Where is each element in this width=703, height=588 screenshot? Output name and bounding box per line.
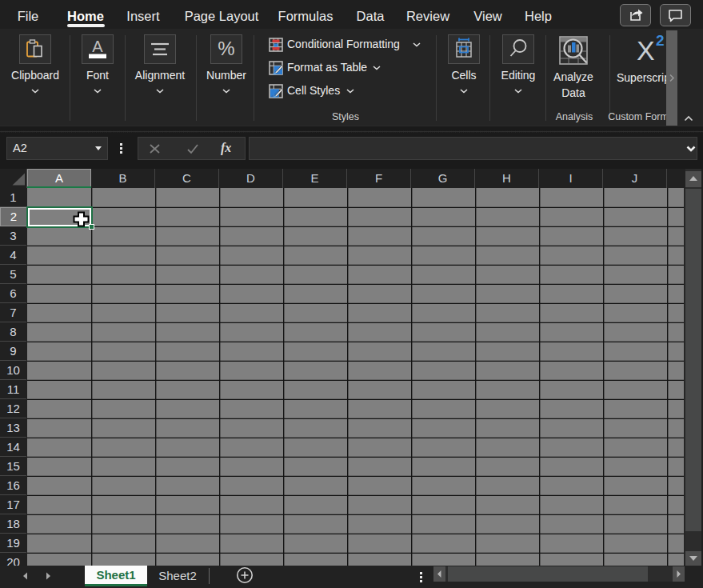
svg-text:%: %	[218, 38, 234, 59]
svg-text:A: A	[92, 38, 103, 55]
